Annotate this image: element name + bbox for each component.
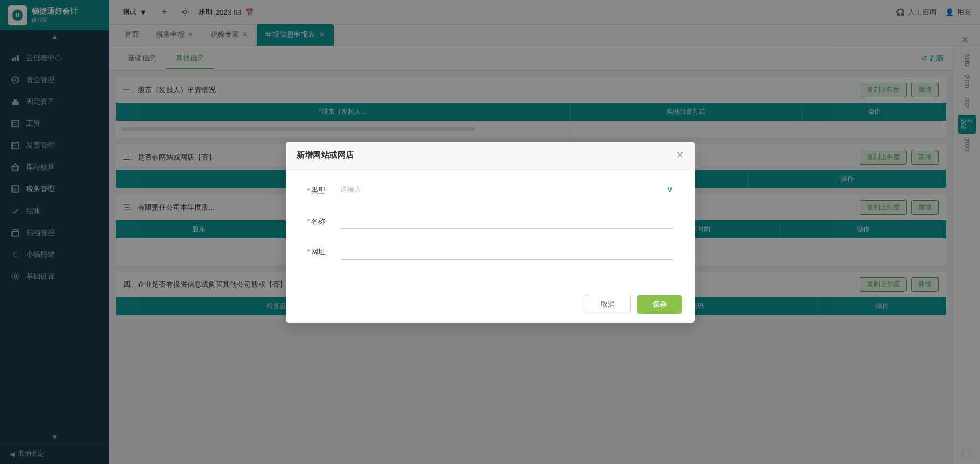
type-dropdown-arrow[interactable]: ∨ xyxy=(667,184,673,195)
name-input[interactable] xyxy=(340,214,673,226)
type-field: ∨ xyxy=(340,183,673,198)
url-field xyxy=(340,244,673,260)
name-field xyxy=(340,214,673,229)
required-star-type: * xyxy=(307,186,310,195)
dialog-body: * 类型 ∨ * 名称 * xyxy=(286,170,695,286)
type-label: * 类型 xyxy=(307,186,340,196)
required-star-name: * xyxy=(307,217,310,225)
type-input[interactable] xyxy=(340,183,662,196)
dialog-close-icon[interactable]: ✕ xyxy=(676,150,684,160)
required-star-url: * xyxy=(307,248,310,256)
save-button[interactable]: 保存 xyxy=(637,295,682,314)
cancel-button[interactable]: 取消 xyxy=(585,295,631,314)
modal-overlay: 新增网站或网店 ✕ * 类型 ∨ * 名称 xyxy=(0,0,980,464)
name-label: * 名称 xyxy=(307,216,340,226)
dialog-header: 新增网站或网店 ✕ xyxy=(286,142,695,170)
form-row-url: * 网址 xyxy=(307,244,673,260)
form-row-type: * 类型 ∨ xyxy=(307,183,673,198)
add-website-dialog: 新增网站或网店 ✕ * 类型 ∨ * 名称 xyxy=(286,142,695,323)
url-label-text: 网址 xyxy=(311,247,325,257)
url-input[interactable] xyxy=(340,244,673,257)
name-label-text: 名称 xyxy=(311,216,325,226)
form-row-name: * 名称 xyxy=(307,214,673,229)
type-label-text: 类型 xyxy=(311,186,325,196)
url-label: * 网址 xyxy=(307,247,340,257)
dialog-footer: 取消 保存 xyxy=(286,286,695,323)
dialog-title: 新增网站或网店 xyxy=(296,150,354,161)
